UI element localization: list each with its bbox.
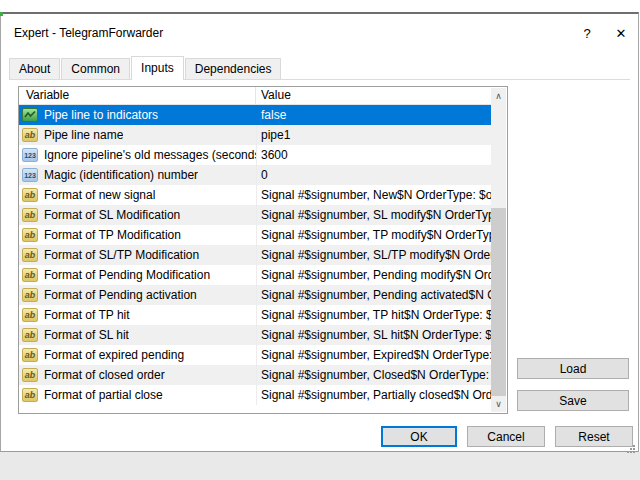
close-button[interactable]: ✕	[604, 18, 638, 48]
window-title: Expert - TelegramForwarder	[1, 26, 163, 40]
column-header-variable[interactable]: Variable	[19, 87, 256, 104]
tab-strip: About Common Inputs Dependencies	[9, 55, 630, 80]
table-row[interactable]: 123 Magic (identification) number 0	[19, 165, 492, 185]
string-param-icon: ab	[22, 308, 38, 322]
load-button[interactable]: Load	[517, 358, 629, 379]
table-row[interactable]: ab Format of Pending Modification Signal…	[19, 265, 492, 285]
string-param-icon: ab	[22, 328, 38, 342]
table-body: Pipe line to indicators false ab Pipe li…	[19, 105, 492, 405]
reset-button[interactable]: Reset	[555, 426, 633, 447]
variable-name: Format of SL hit	[44, 328, 129, 342]
cancel-button[interactable]: Cancel	[467, 426, 545, 447]
variable-name: Format of SL/TP Modification	[44, 248, 199, 262]
column-header-value[interactable]: Value	[256, 87, 492, 104]
variable-name: Magic (identification) number	[44, 168, 198, 182]
table-row[interactable]: ab Pipe line name pipe1	[19, 125, 492, 145]
string-param-icon: ab	[22, 368, 38, 382]
value-cell[interactable]: Signal #$signumber, Closed$N OrderType: …	[256, 365, 492, 385]
variable-name: Format of partial close	[44, 388, 163, 402]
variable-cell[interactable]: ab Format of closed order	[19, 365, 256, 385]
variable-name: Format of closed order	[44, 368, 165, 382]
variable-cell[interactable]: ab Format of Pending activation	[19, 285, 256, 305]
value-cell[interactable]: Signal #$signumber, Expired$N OrderType:…	[256, 345, 492, 365]
string-param-icon: ab	[22, 128, 38, 142]
tab-inputs[interactable]: Inputs	[131, 56, 184, 80]
tab-about[interactable]: About	[9, 58, 60, 79]
variable-cell[interactable]: ab Format of partial close	[19, 385, 256, 405]
titlebar-buttons: ? ✕	[570, 18, 638, 48]
table-row[interactable]: ab Format of partial close Signal #$sign…	[19, 385, 492, 405]
value-cell[interactable]: Signal #$signumber, Partially closed$N O…	[256, 385, 492, 405]
save-button[interactable]: Save	[517, 390, 629, 411]
scrollbar-thumb[interactable]	[491, 208, 506, 396]
table-row[interactable]: ab Format of Pending activation Signal #…	[19, 285, 492, 305]
number-param-icon: 123	[22, 168, 38, 182]
inputs-table: Variable Value Pipe line to indicators f…	[18, 86, 508, 414]
value-cell[interactable]: Signal #$signumber, Pending activated$N …	[256, 285, 492, 305]
table-row[interactable]: ab Format of closed order Signal #$signu…	[19, 365, 492, 385]
string-param-icon: ab	[22, 228, 38, 242]
desktop-background	[0, 452, 640, 480]
variable-cell[interactable]: ab Format of TP Modification	[19, 225, 256, 245]
table-row[interactable]: ab Format of new signal Signal #$signumb…	[19, 185, 492, 205]
string-param-icon: ab	[22, 208, 38, 222]
scroll-down-icon[interactable]: ∨	[491, 396, 506, 412]
variable-name: Format of Pending activation	[44, 288, 197, 302]
value-cell[interactable]: Signal #$signumber, TP modify$N OrderTyp…	[256, 225, 492, 245]
string-param-icon: ab	[22, 388, 38, 402]
variable-cell[interactable]: ab Format of Pending Modification	[19, 265, 256, 285]
value-cell[interactable]: Signal #$signumber, TP hit$N OrderType: …	[256, 305, 492, 325]
vertical-scrollbar[interactable]: ∧ ∨	[491, 88, 506, 412]
value-cell[interactable]: Signal #$signumber, SL modify$N OrderTyp…	[256, 205, 492, 225]
variable-name: Format of SL Modification	[44, 208, 180, 222]
variable-name: Format of new signal	[44, 188, 155, 202]
table-row[interactable]: ab Format of expired pending Signal #$si…	[19, 345, 492, 365]
table-row[interactable]: ab Format of TP Modification Signal #$si…	[19, 225, 492, 245]
table-row[interactable]: Pipe line to indicators false	[19, 105, 492, 125]
table-header: Variable Value	[19, 87, 492, 105]
tab-common[interactable]: Common	[61, 58, 130, 79]
string-param-icon: ab	[22, 268, 38, 282]
variable-cell[interactable]: ab Format of SL hit	[19, 325, 256, 345]
resize-grip-icon[interactable]	[627, 445, 635, 453]
dialog-window: Expert - TelegramForwarder ? ✕ About Com…	[0, 12, 639, 452]
variable-cell[interactable]: ab Pipe line name	[19, 125, 256, 145]
variable-name: Format of expired pending	[44, 348, 184, 362]
variable-cell[interactable]: Pipe line to indicators	[19, 105, 256, 125]
table-row[interactable]: ab Format of TP hit Signal #$signumber, …	[19, 305, 492, 325]
variable-name: Pipe line to indicators	[44, 108, 158, 122]
string-param-icon: ab	[22, 188, 38, 202]
table-row[interactable]: 123 Ignore pipeline's old messages (seco…	[19, 145, 492, 165]
variable-cell[interactable]: ab Format of SL/TP Modification	[19, 245, 256, 265]
variable-cell[interactable]: ab Format of new signal	[19, 185, 256, 205]
number-param-icon: 123	[22, 148, 38, 162]
variable-name: Pipe line name	[44, 128, 123, 142]
value-cell[interactable]: Signal #$signumber, SL hit$N OrderType: …	[256, 325, 492, 345]
table-row[interactable]: ab Format of SL hit Signal #$signumber, …	[19, 325, 492, 345]
variable-cell[interactable]: 123 Ignore pipeline's old messages (seco…	[19, 145, 256, 165]
tab-dependencies[interactable]: Dependencies	[185, 58, 282, 79]
variable-name: Ignore pipeline's old messages (seconds)	[44, 148, 256, 162]
ok-button[interactable]: OK	[381, 426, 457, 447]
value-cell[interactable]: false	[256, 105, 492, 125]
help-button[interactable]: ?	[570, 18, 604, 48]
table-row[interactable]: ab Format of SL Modification Signal #$si…	[19, 205, 492, 225]
value-cell[interactable]: Signal #$signumber, Pending modify$N Ord…	[256, 265, 492, 285]
value-cell[interactable]: pipe1	[256, 125, 492, 145]
value-cell[interactable]: 3600	[256, 145, 492, 165]
string-param-icon: ab	[22, 248, 38, 262]
value-cell[interactable]: Signal #$signumber, New$N OrderType: $or…	[256, 185, 492, 205]
variable-cell[interactable]: ab Format of SL Modification	[19, 205, 256, 225]
string-param-icon: ab	[22, 288, 38, 302]
variable-cell[interactable]: 123 Magic (identification) number	[19, 165, 256, 185]
scroll-up-icon[interactable]: ∧	[491, 88, 506, 104]
scrollbar-track[interactable]	[491, 104, 506, 396]
titlebar[interactable]: Expert - TelegramForwarder ? ✕	[1, 14, 638, 52]
value-cell[interactable]: Signal #$signumber, SL/TP modify$N Order…	[256, 245, 492, 265]
value-cell[interactable]: 0	[256, 165, 492, 185]
variable-cell[interactable]: ab Format of expired pending	[19, 345, 256, 365]
table-row[interactable]: ab Format of SL/TP Modification Signal #…	[19, 245, 492, 265]
indicator-icon	[22, 108, 38, 122]
variable-cell[interactable]: ab Format of TP hit	[19, 305, 256, 325]
variable-name: Format of Pending Modification	[44, 268, 210, 282]
